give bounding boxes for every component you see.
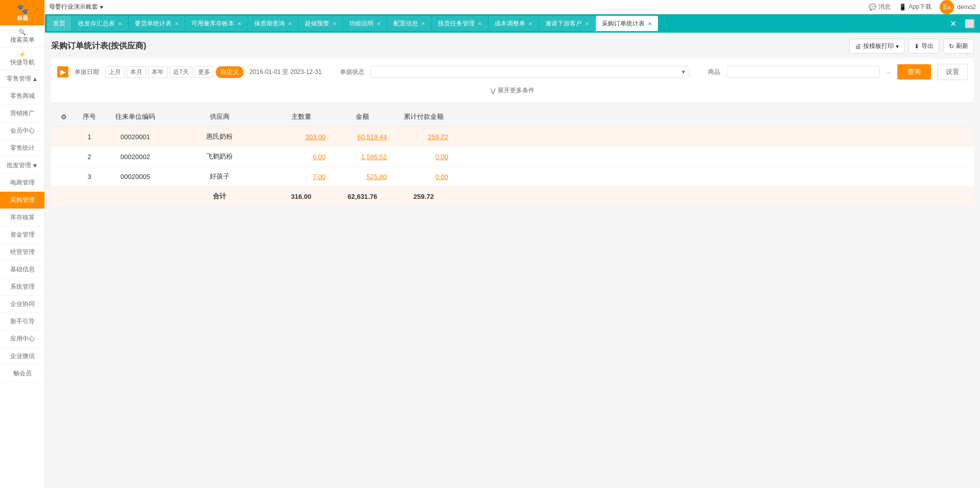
tab-function-desc[interactable]: 功能说明 ✕ (343, 16, 387, 31)
data-table: ⚙ 序号 往来单位编码 供应商 主数量 金额 累计付款金额 1 (51, 107, 974, 207)
row2-settings (51, 147, 77, 167)
tab-picking-task[interactable]: 拣货任务管理 ✕ (432, 16, 488, 31)
goods-more-icon[interactable]: ··· (886, 68, 891, 76)
tab-close-icon[interactable]: ✕ (478, 21, 482, 27)
table-row[interactable]: 2 00020002 飞鹤奶粉 6.00 1,586.52 0.00 (51, 147, 974, 167)
tab-home[interactable]: 首页 (47, 16, 71, 31)
date-btn-last-month[interactable]: 上月 (105, 66, 125, 78)
sidebar-item-app-center[interactable]: 应用中心 (0, 330, 44, 348)
sidebar-quick-nav[interactable]: ⚡ 快捷导航 (0, 48, 44, 70)
app-download-btn[interactable]: 📱 App下载 (899, 3, 932, 11)
export-btn[interactable]: ⬇ 导出 (909, 39, 939, 54)
tab-close-icon[interactable]: ✕ (377, 21, 381, 27)
sidebar-item-purchase[interactable]: 采购管理 (0, 192, 44, 209)
date-btn-this-month[interactable]: 本月 (127, 66, 146, 78)
row1-paid[interactable]: 259.72 (393, 127, 454, 147)
tab-receive-summary[interactable]: 收发存汇总表 ✕ (72, 16, 128, 31)
query-btn[interactable]: 查询 (897, 64, 931, 80)
tab-close-icon[interactable]: ✕ (421, 21, 425, 27)
tab-close-icon[interactable]: ✕ (528, 21, 532, 27)
sidebar-item-enterprise-wechat[interactable]: 企业微信 (0, 348, 44, 365)
quick-nav-icon: ⚡ (3, 51, 41, 58)
sidebar-item-retail-section[interactable]: 零售管理 ▲ (0, 70, 44, 88)
table-row[interactable]: 1 00020001 惠氏奶粉 303.00 60,519.44 259.72 (51, 127, 974, 147)
row1-supplier: 惠氏奶粉 (168, 127, 271, 147)
tab-close-icon[interactable]: ✕ (175, 21, 179, 27)
sidebar-item-wholesale[interactable]: 批发管理 ▼ (0, 157, 44, 174)
row3-paid[interactable]: 0.00 (393, 167, 454, 187)
sidebar-system-label: 系统管理 (2, 282, 42, 291)
tab-config-info[interactable]: 配置信息 ✕ (387, 16, 431, 31)
sidebar-item-retail-stats[interactable]: 零售统计 (0, 140, 44, 157)
sidebar-item-system[interactable]: 系统管理 (0, 278, 44, 296)
tab-close-icon[interactable]: ✕ (585, 21, 589, 27)
tab-close-icon[interactable]: ✕ (118, 21, 122, 27)
status-label: 单据状态 (340, 68, 364, 76)
sidebar-item-retail-shop[interactable]: 零售商城 (0, 88, 44, 105)
sidebar-operations-label: 经营管理 (2, 248, 42, 256)
row2-qty[interactable]: 6.00 (271, 147, 332, 167)
row1-qty[interactable]: 303.00 (271, 127, 332, 147)
refresh-btn[interactable]: ↻ 刷新 (943, 39, 974, 54)
sidebar-retail-stats-label: 零售统计 (2, 144, 42, 152)
sidebar-item-marketing[interactable]: 营销推广 (0, 105, 44, 122)
tab-invite-downstream[interactable]: 邀请下游客户 ✕ (539, 16, 595, 31)
tab-close-icon[interactable]: ✕ (237, 21, 241, 27)
tab-overstock-warning[interactable]: 超储预警 ✕ (299, 16, 342, 31)
row3-supplier: 好孩子 (168, 167, 271, 187)
print-btn[interactable]: 🖨 按模板打印 ▾ (849, 39, 904, 54)
row3-code: 00020005 (102, 167, 168, 187)
settings-btn[interactable]: 设置 (937, 64, 968, 80)
sidebar-enterprise-wechat-label: 企业微信 (2, 352, 42, 361)
table-row[interactable]: 3 00020005 好孩子 7.00 525.80 0.00 (51, 167, 974, 187)
tab-order-summary[interactable]: 要货单统计表 ✕ (129, 16, 185, 31)
row3-amount[interactable]: 525.80 (332, 167, 393, 187)
tab-purchase-order-summary[interactable]: 采购订单统计表 ✕ (596, 16, 658, 31)
main-content: 母婴行业演示账套 ▾ 💬 消息 📱 App下载 Ea demo2 首页 (45, 0, 980, 488)
footer-paid: 259.72 (393, 187, 454, 207)
workspace-name: 母婴行业演示账套 (49, 3, 98, 11)
filter-toggle-btn[interactable]: ▶ (57, 66, 68, 78)
table-footer-row: 合计 316.00 62,631.76 259.72 (51, 187, 974, 207)
row2-amount[interactable]: 1,586.52 (332, 147, 393, 167)
sidebar-item-basics[interactable]: 基础信息 (0, 261, 44, 278)
sidebar-item-enterprise[interactable]: 企业协同 (0, 296, 44, 313)
sidebar-item-operations[interactable]: 经营管理 (0, 244, 44, 261)
tab-cost-adjustment[interactable]: 成本调整单 ✕ (488, 16, 538, 31)
sidebar-search-section[interactable]: 🔍 搜索英单 (0, 25, 44, 48)
message-btn[interactable]: 💬 消息 (869, 3, 891, 11)
status-select[interactable]: ▾ (371, 66, 690, 78)
tab-close-all-btn[interactable]: ✕ (947, 18, 960, 30)
row2-paid[interactable]: 0.00 (393, 147, 454, 167)
expand-more-conditions-btn[interactable]: ⋁ 展开更多条件 (486, 84, 538, 97)
row3-num: 3 (77, 167, 102, 187)
tab-usable-inventory[interactable]: 可用量库存账本 ✕ (185, 16, 248, 31)
col-header-num: 序号 (77, 107, 102, 127)
sidebar-item-finance[interactable]: 资金管理 (0, 226, 44, 244)
date-btn-this-year[interactable]: 本年 (148, 66, 167, 78)
tab-close-icon[interactable]: ✕ (648, 21, 652, 27)
tab-usable-inventory-label: 可用量库存账本 (191, 19, 234, 28)
tab-maximize-btn[interactable]: ⬜ (962, 18, 978, 30)
tab-close-icon[interactable]: ✕ (288, 21, 292, 27)
user-menu[interactable]: Ea demo2 (940, 0, 976, 14)
workspace-selector[interactable]: 母婴行业演示账套 ▾ (49, 3, 103, 11)
row3-qty[interactable]: 7.00 (271, 167, 332, 187)
row1-amount[interactable]: 60,519.44 (332, 127, 393, 147)
footer-settings (51, 187, 77, 207)
goods-input[interactable] (726, 66, 879, 78)
date-btn-more[interactable]: 更多 (194, 66, 214, 78)
sidebar-item-inventory[interactable]: 库存核算 (0, 209, 44, 226)
sidebar-item-member[interactable]: 会员中心 (0, 122, 44, 140)
sidebar-item-newbie[interactable]: 新手引导 (0, 313, 44, 330)
sidebar-item-vip[interactable]: 畅会员 (0, 365, 44, 382)
sidebar: 🐾 标题 🔍 搜索英单 ⚡ 快捷导航 零售管理 ▲ 零售商城 营销推广 会员中心… (0, 0, 45, 488)
tab-expiry-query[interactable]: 保质期查询 ✕ (248, 16, 298, 31)
col-header-qty: 主数量 (271, 107, 332, 127)
workspace-dropdown-icon: ▾ (100, 4, 103, 11)
tab-close-icon[interactable]: ✕ (332, 21, 336, 27)
sidebar-item-ecommerce[interactable]: 电商管理 (0, 174, 44, 192)
row2-code: 00020002 (102, 147, 168, 167)
date-btn-7-days[interactable]: 近7天 (169, 66, 192, 78)
col-header-settings[interactable]: ⚙ (51, 107, 77, 127)
